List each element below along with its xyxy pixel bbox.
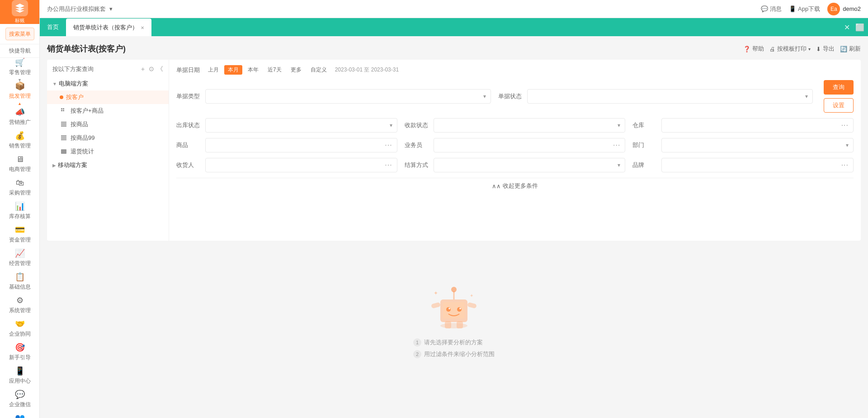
tab-sales-stats[interactable]: 销货单统计表（按客户） ✕ [66, 19, 151, 37]
mobile-arrow: ▶ [52, 163, 56, 168]
industry-selector-text[interactable]: 办公用品行业模拟账套 [47, 5, 106, 13]
sidebar-item-finance[interactable]: 💳 资金管理 [0, 223, 40, 246]
svg-rect-3 [63, 110, 64, 111]
print-btn[interactable]: 🖨 按模板打印 ▾ [769, 45, 811, 53]
search-menu-section: 搜索菜单 [0, 24, 39, 44]
salesperson-control[interactable]: ··· [434, 138, 626, 152]
svg-rect-9 [61, 137, 66, 138]
refresh-btn[interactable]: 🔄 刷新 [840, 45, 861, 53]
settlement-control[interactable]: ▾ [434, 158, 626, 172]
filter-panel: 按以下方案查询 ＋ ⊙ 《 ▼ 电脑端方案 [47, 60, 861, 241]
sidebar-item-sales[interactable]: 💰 销售管理 [0, 128, 40, 152]
desktop-group-label: 电脑端方案 [59, 80, 88, 88]
svg-rect-24 [445, 321, 451, 328]
schema-item-customer[interactable]: 按客户 [47, 90, 169, 104]
close-window-icon[interactable]: ✕ [844, 24, 850, 31]
sidebar-item-marketing-label: 营销推广 [9, 119, 31, 126]
payment-control[interactable]: ▾ [434, 118, 626, 133]
svg-point-13 [440, 323, 467, 328]
maximize-icon[interactable]: ⬜ [855, 24, 864, 31]
sidebar-item-retail[interactable]: 🛒 零售管理 ▼ [0, 58, 40, 81]
industry-dropdown-icon[interactable]: ▾ [109, 5, 113, 12]
logo-text: 标账 [15, 17, 25, 24]
mobile-group-header[interactable]: ▶ 移动端方案 [47, 158, 169, 172]
schema-item-goods99[interactable]: 按商品99 [47, 131, 169, 145]
sidebar: 标账 搜索菜单 快捷导航 🛒 零售管理 ▼ 📦 批发管理 ▲ 📣 营销推广 💰 … [0, 0, 40, 418]
sidebar-item-system[interactable]: ⚙ 系统管理 [0, 293, 40, 317]
sidebar-item-operations[interactable]: 📈 经营管理 [0, 246, 40, 270]
print-dropdown-icon: ▾ [808, 47, 811, 52]
warehouse-label: 仓库 [632, 121, 658, 129]
sidebar-item-marketing[interactable]: 📣 营销推广 [0, 105, 40, 128]
doc-type-control[interactable]: ▾ [205, 89, 491, 104]
sidebar-item-purchase[interactable]: 🛍 采购管理 [0, 176, 40, 199]
schema-header: 按以下方案查询 ＋ ⊙ 《 [47, 65, 169, 77]
collapse-schema-icon[interactable]: 《 [157, 65, 163, 73]
date-tab-custom[interactable]: 自定义 [307, 65, 330, 75]
filter-row-2: 出库状态 ▾ 收款状态 ▾ [176, 118, 854, 133]
search-menu-btn[interactable]: 搜索菜单 [5, 28, 34, 40]
empty-illustration: ✦ ✦ [427, 277, 481, 331]
sidebar-item-sales-label: 销售管理 [9, 142, 31, 150]
query-button[interactable]: 查询 [824, 80, 854, 95]
doc-status-control[interactable]: ▾ [527, 89, 813, 104]
system-icon: ⚙ [16, 295, 24, 305]
hint-num-2: 2 [413, 350, 421, 358]
sidebar-item-system-label: 系统管理 [9, 307, 31, 314]
date-tab-lastmonth[interactable]: 上月 [204, 65, 222, 75]
date-tab-7days[interactable]: 近7天 [264, 65, 285, 75]
sidebar-item-wholesale[interactable]: 📦 批发管理 ▲ [0, 81, 40, 105]
receiver-control[interactable]: ··· [205, 158, 397, 172]
sidebar-item-wechat[interactable]: 💬 企业微信 [0, 387, 40, 411]
sidebar-item-member[interactable]: 👥 畅会员 [0, 411, 40, 418]
sidebar-item-basic[interactable]: 📋 基础信息 [0, 270, 40, 293]
finance-icon: 💳 [15, 225, 25, 235]
settings-button[interactable]: 设置 [824, 98, 854, 113]
edit-schema-icon[interactable]: ⊙ [149, 65, 154, 73]
schema-item-customer-goods[interactable]: 按客户+商品 [47, 104, 169, 118]
outbound-label: 出库状态 [176, 121, 202, 129]
sidebar-item-collab[interactable]: 🤝 企业协同 [0, 317, 40, 340]
app-logo[interactable]: 标账 [0, 0, 40, 24]
user-avatar: Ea [827, 3, 840, 15]
schema-item-goods[interactable]: 按商品 [47, 118, 169, 131]
export-btn[interactable]: ⬇ 导出 [816, 45, 835, 53]
schema-goods99-label: 按商品99 [71, 134, 94, 142]
quick-nav-btn[interactable]: 快捷导航 [0, 44, 39, 58]
brand-control[interactable]: ··· [661, 158, 854, 172]
outbound-chevron: ▾ [390, 122, 392, 128]
date-range: 2023-03-01 至 2023-03-31 [335, 66, 399, 74]
filter-doc-status: 单据状态 ▾ [498, 89, 813, 104]
svg-rect-6 [61, 124, 66, 125]
date-tab-thismonth[interactable]: 本月 [224, 65, 242, 75]
tab-home[interactable]: 首页 [40, 18, 66, 36]
desktop-group-header[interactable]: ▼ 电脑端方案 [47, 77, 169, 90]
sidebar-item-guide[interactable]: 🎯 新手引导 [0, 340, 40, 364]
schema-header-text: 按以下方案查询 [52, 65, 94, 73]
date-tab-more[interactable]: 更多 [287, 65, 305, 75]
tab-close-icon[interactable]: ✕ [141, 25, 144, 30]
sidebar-item-inventory[interactable]: 📊 库存核算 [0, 199, 40, 223]
user-profile[interactable]: Ea demo2 [827, 3, 861, 15]
department-control[interactable]: ▾ [661, 138, 854, 152]
date-tab-thisyear[interactable]: 本年 [244, 65, 262, 75]
sidebar-item-appcenter[interactable]: 📱 应用中心 [0, 364, 40, 387]
collapse-bar[interactable]: ∧∧ 收起更多条件 [176, 178, 854, 194]
filter-doc-type: 单据类型 ▾ [176, 89, 491, 104]
goods99-icon [60, 134, 68, 142]
active-dot-icon [60, 95, 63, 99]
app-download-btn[interactable]: 📱 App下载 [789, 5, 820, 13]
help-btn[interactable]: ❓ 帮助 [743, 45, 764, 53]
warehouse-control[interactable]: ··· [661, 118, 854, 133]
add-schema-icon[interactable]: ＋ [140, 65, 146, 73]
brand-label: 品牌 [632, 161, 658, 169]
sidebar-item-ecommerce[interactable]: 🖥 电商管理 [0, 152, 40, 176]
message-btn[interactable]: 💬 消息 [761, 5, 782, 13]
schema-item-returns[interactable]: 退货统计 [47, 145, 169, 158]
hint-text-1: 请先选择要分析的方案 [424, 338, 483, 347]
collab-icon: 🤝 [15, 319, 25, 329]
goods-control[interactable]: ··· [205, 138, 397, 152]
outbound-control[interactable]: ▾ [205, 118, 397, 133]
doc-status-chevron: ▾ [805, 93, 808, 100]
user-name-label[interactable]: demo2 [843, 5, 861, 12]
